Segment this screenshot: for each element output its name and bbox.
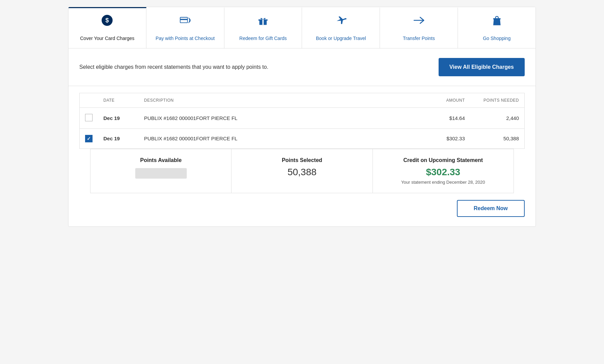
table-row: Dec 19PUBLIX #1682 000001FORT PIERCE FL$… — [80, 128, 525, 148]
svg-rect-8 — [493, 18, 501, 20]
points-available-cell: Points Available 000,000 — [90, 149, 231, 193]
view-all-button[interactable]: View All Eligible Charges — [439, 58, 525, 76]
gift-icon — [257, 14, 269, 33]
tab-gift-cards-label: Redeem for Gift Cards — [239, 35, 287, 42]
tab-navigation: $ Cover Your Card Charges Pay with Point… — [68, 7, 536, 48]
points-available-label: Points Available — [99, 157, 223, 163]
tab-shopping-label: Go Shopping — [483, 35, 511, 42]
row-1-date: Dec 19 — [98, 128, 139, 148]
col-header-checkbox — [80, 93, 98, 107]
bag-icon — [491, 14, 503, 33]
summary-section: Points Available 000,000 Points Selected… — [90, 149, 514, 193]
redeem-button[interactable]: Redeem Now — [457, 200, 525, 217]
credit-note: Your statement ending December 28, 2020 — [381, 180, 505, 185]
tab-transfer[interactable]: Transfer Points — [380, 7, 458, 48]
svg-rect-3 — [180, 19, 188, 20]
row-1-description: PUBLIX #1682 000001FORT PIERCE FL — [139, 128, 423, 148]
svg-rect-6 — [262, 19, 264, 25]
row-0-checkbox[interactable] — [85, 114, 93, 121]
intro-section: Select eligible charges from recent stat… — [68, 48, 536, 86]
row-1-amount: $302.33 — [423, 128, 470, 148]
intro-text: Select eligible charges from recent stat… — [79, 64, 268, 70]
charges-table: DATE DESCRIPTION AMOUNT POINTS NEEDED De… — [79, 93, 525, 149]
points-selected-value: 50,388 — [240, 167, 364, 178]
tab-transfer-label: Transfer Points — [403, 35, 435, 42]
points-selected-cell: Points Selected 50,388 — [231, 149, 373, 193]
card-tap-icon — [179, 14, 191, 33]
credit-amount: $302.33 — [381, 167, 505, 178]
table-section: DATE DESCRIPTION AMOUNT POINTS NEEDED De… — [68, 86, 536, 149]
row-0-description: PUBLIX #1682 000001FORT PIERCE FL — [139, 107, 423, 128]
arrow-right-icon — [413, 14, 425, 33]
points-available-value: 000,000 — [135, 168, 187, 179]
tab-pay-with-points[interactable]: Pay with Points at Checkout — [146, 7, 224, 48]
col-header-description: DESCRIPTION — [139, 93, 423, 107]
tab-travel[interactable]: Book or Upgrade Travel — [302, 7, 380, 48]
dollar-circle-icon: $ — [101, 14, 113, 33]
points-selected-label: Points Selected — [240, 157, 364, 163]
main-container: $ Cover Your Card Charges Pay with Point… — [68, 7, 536, 227]
tab-gift-cards[interactable]: Redeem for Gift Cards — [224, 7, 302, 48]
tab-cover-charges-label: Cover Your Card Charges — [80, 35, 134, 42]
row-1-checkbox[interactable] — [85, 135, 93, 142]
tab-pay-with-points-label: Pay with Points at Checkout — [156, 35, 215, 42]
redeem-section: Redeem Now — [68, 193, 536, 226]
row-0-date: Dec 19 — [98, 107, 139, 128]
svg-text:$: $ — [105, 17, 109, 24]
summary-wrapper: Points Available 000,000 Points Selected… — [68, 149, 536, 193]
col-header-date: DATE — [98, 93, 139, 107]
plane-icon — [335, 14, 347, 33]
tab-travel-label: Book or Upgrade Travel — [316, 35, 366, 42]
row-0-amount: $14.64 — [423, 107, 470, 128]
tab-cover-charges[interactable]: $ Cover Your Card Charges — [68, 7, 146, 48]
tab-shopping[interactable]: Go Shopping — [458, 7, 536, 48]
table-row: Dec 19PUBLIX #1682 000001FORT PIERCE FL$… — [80, 107, 525, 128]
credit-label: Credit on Upcoming Statement — [381, 157, 505, 163]
col-header-amount: AMOUNT — [423, 93, 470, 107]
row-1-points-needed: 50,388 — [470, 128, 525, 148]
col-header-points-needed: POINTS NEEDED — [470, 93, 525, 107]
row-0-points-needed: 2,440 — [470, 107, 525, 128]
credit-cell: Credit on Upcoming Statement $302.33 You… — [373, 149, 514, 193]
